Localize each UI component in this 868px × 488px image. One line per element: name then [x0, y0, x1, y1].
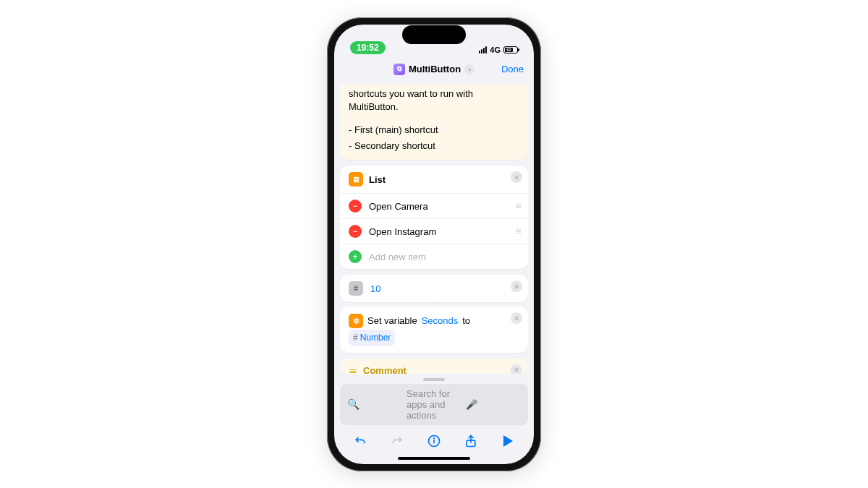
shortcut-icon: ⧉ — [393, 64, 405, 75]
remove-item-button[interactable]: − — [349, 200, 362, 213]
magic-variable-pill[interactable]: # Number — [349, 330, 395, 346]
done-button[interactable]: Done — [501, 64, 524, 74]
search-area: 🔍 Search for apps and actions 🎤 — [334, 374, 534, 425]
phone-frame: 19:52 4G 62 ⧉ MultiButton ⌄ Done shortc — [327, 17, 541, 471]
remove-action-button[interactable]: ✕ — [511, 281, 522, 292]
battery-level: 62 — [505, 48, 513, 52]
number-value[interactable]: 10 — [370, 283, 380, 294]
comment-text-bullet2: - Secondary shortcut — [349, 140, 519, 153]
comment-text-line1: shortcuts you want to run with MultiButt… — [349, 87, 519, 114]
set-variable-to: to — [462, 313, 470, 329]
comment-action-top[interactable]: shortcuts you want to run with MultiButt… — [340, 85, 528, 160]
share-button[interactable] — [461, 432, 480, 450]
bottom-toolbar — [334, 425, 534, 457]
number-action[interactable]: ✕ # 10 — [340, 275, 528, 302]
list-action[interactable]: ✕ ≣ List − Open Camera ≡ − Open Instagra… — [340, 166, 528, 269]
sheet-grabber[interactable] — [423, 378, 445, 381]
variable-icon: ✲ — [349, 314, 363, 328]
svg-point-2 — [434, 437, 435, 438]
list-item-label[interactable]: Open Instagram — [369, 226, 509, 237]
nav-bar: ⧉ MultiButton ⌄ Done — [334, 57, 534, 82]
list-header: ≣ List — [340, 166, 528, 193]
redo-button[interactable] — [388, 432, 407, 450]
search-placeholder: Search for apps and actions — [407, 388, 461, 421]
screen: 19:52 4G 62 ⧉ MultiButton ⌄ Done shortc — [334, 25, 534, 464]
comment-icon: ≣ — [349, 365, 357, 374]
magic-variable-label: Number — [360, 330, 391, 345]
signal-icon — [479, 46, 487, 53]
mic-icon[interactable]: 🎤 — [466, 399, 521, 410]
network-label: 4G — [490, 46, 501, 54]
comment-action[interactable]: ✕ ≣ Comment Create the initial structure… — [340, 359, 528, 374]
variable-name-token[interactable]: Seconds — [422, 313, 459, 329]
list-item-label[interactable]: Open Camera — [369, 201, 509, 212]
list-item[interactable]: − Open Instagram ≡ — [340, 218, 528, 244]
actions-scroll[interactable]: shortcuts you want to run with MultiButt… — [334, 82, 534, 374]
list-icon: ≣ — [349, 172, 363, 187]
home-indicator[interactable] — [398, 457, 470, 460]
status-right: 4G 62 — [479, 46, 518, 54]
hash-icon: # — [353, 330, 358, 345]
flow-connector — [434, 304, 435, 305]
remove-item-button[interactable]: − — [349, 225, 362, 238]
nav-title: MultiButton — [409, 64, 461, 74]
dynamic-island — [402, 25, 466, 44]
info-button[interactable] — [425, 432, 443, 450]
remove-action-button[interactable]: ✕ — [511, 364, 522, 374]
reorder-handle-icon[interactable]: ≡ — [516, 226, 519, 237]
run-button[interactable] — [498, 432, 517, 450]
list-title: List — [369, 174, 386, 185]
number-icon: # — [349, 281, 363, 296]
play-icon — [503, 435, 513, 447]
undo-button[interactable] — [351, 432, 370, 450]
search-icon: 🔍 — [347, 398, 402, 410]
set-variable-action[interactable]: ✕ ✲ Set variable Seconds to # Number — [340, 307, 528, 352]
status-time: 19:52 — [350, 41, 386, 54]
reorder-handle-icon[interactable]: ≡ — [516, 200, 519, 212]
comment-text-bullet1: - First (main) shortcut — [349, 124, 519, 137]
search-input[interactable]: 🔍 Search for apps and actions 🎤 — [340, 384, 528, 425]
remove-action-button[interactable]: ✕ — [511, 312, 522, 324]
add-item-row[interactable]: + Add new item — [340, 244, 528, 269]
comment-title: Comment — [363, 365, 407, 373]
add-item-placeholder: Add new item — [369, 252, 519, 262]
nav-title-group[interactable]: ⧉ MultiButton ⌄ — [393, 64, 475, 75]
battery-icon: 62 — [503, 46, 518, 53]
add-item-button[interactable]: + — [349, 250, 362, 263]
set-variable-prefix: Set variable — [367, 313, 417, 329]
chevron-down-icon[interactable]: ⌄ — [464, 64, 475, 74]
list-item[interactable]: − Open Camera ≡ — [340, 193, 528, 218]
